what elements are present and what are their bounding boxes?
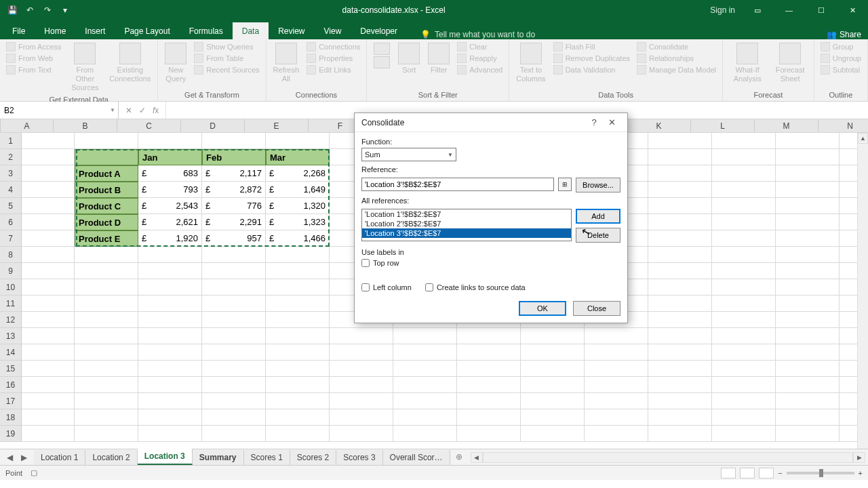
cell[interactable] bbox=[330, 377, 393, 393]
range-select-icon[interactable]: ⊞ bbox=[558, 178, 572, 191]
cell[interactable] bbox=[776, 393, 840, 409]
cell[interactable] bbox=[202, 377, 266, 393]
cell[interactable] bbox=[138, 296, 202, 312]
column-header[interactable]: D bbox=[181, 119, 245, 132]
cell[interactable] bbox=[266, 296, 330, 312]
cell[interactable] bbox=[22, 214, 75, 230]
cell[interactable] bbox=[138, 344, 202, 361]
cell[interactable] bbox=[521, 328, 585, 344]
cell[interactable] bbox=[648, 279, 712, 296]
cell[interactable]: £2,291 bbox=[202, 214, 266, 230]
delete-button[interactable]: Delete bbox=[576, 228, 620, 243]
from-web-button[interactable]: From Web bbox=[4, 53, 64, 64]
row-header[interactable]: 15 bbox=[0, 361, 22, 377]
cancel-formula-icon[interactable]: ✕ bbox=[125, 106, 132, 115]
cell[interactable] bbox=[266, 279, 330, 296]
cell[interactable]: £2,117 bbox=[202, 165, 266, 182]
normal-view-button[interactable] bbox=[721, 468, 736, 479]
cell[interactable] bbox=[75, 361, 138, 377]
cell[interactable] bbox=[712, 263, 776, 279]
cell[interactable] bbox=[330, 426, 393, 442]
cell[interactable] bbox=[75, 328, 138, 344]
cell[interactable]: £2,543 bbox=[138, 198, 202, 214]
cell[interactable] bbox=[266, 377, 330, 393]
clear-button[interactable]: Clear bbox=[455, 41, 505, 52]
cell[interactable] bbox=[393, 328, 457, 344]
cell[interactable] bbox=[457, 328, 521, 344]
cell[interactable] bbox=[202, 296, 266, 312]
cell[interactable] bbox=[648, 247, 712, 263]
cell[interactable] bbox=[585, 344, 648, 361]
row-header[interactable]: 9 bbox=[0, 263, 22, 279]
cell[interactable] bbox=[266, 344, 330, 361]
close-button[interactable]: Close bbox=[573, 301, 620, 316]
cell[interactable]: £776 bbox=[202, 198, 266, 214]
cell[interactable] bbox=[712, 328, 776, 344]
cell[interactable] bbox=[648, 165, 712, 182]
cell[interactable] bbox=[75, 296, 138, 312]
recent-sources-button[interactable]: Recent Sources bbox=[192, 64, 261, 75]
sheet-tab[interactable]: Overall Scor… bbox=[383, 450, 450, 465]
sheet-tab[interactable]: Location 2 bbox=[85, 450, 137, 465]
cell[interactable] bbox=[648, 377, 712, 393]
cell[interactable] bbox=[75, 279, 138, 296]
cell[interactable] bbox=[776, 149, 840, 165]
column-header[interactable]: B bbox=[54, 119, 117, 132]
cell[interactable]: £2,872 bbox=[202, 182, 266, 198]
row-header[interactable]: 1 bbox=[0, 133, 22, 149]
cell[interactable]: Product C bbox=[75, 198, 138, 214]
row-header[interactable]: 10 bbox=[0, 279, 22, 296]
cell[interactable] bbox=[776, 165, 840, 182]
new-sheet-button[interactable]: ⊕ bbox=[450, 449, 468, 465]
cell[interactable] bbox=[22, 312, 75, 328]
cell[interactable] bbox=[648, 230, 712, 247]
vertical-scrollbar[interactable]: ▲ bbox=[857, 133, 868, 449]
cell[interactable] bbox=[22, 247, 75, 263]
column-header[interactable]: L bbox=[691, 119, 755, 132]
edit-links-button[interactable]: Edit Links bbox=[304, 64, 362, 75]
cell[interactable] bbox=[776, 296, 840, 312]
cell[interactable] bbox=[521, 361, 585, 377]
cell[interactable] bbox=[202, 344, 266, 361]
from-access-button[interactable]: From Access bbox=[4, 41, 64, 52]
row-header[interactable]: 8 bbox=[0, 247, 22, 263]
column-header[interactable]: K bbox=[627, 119, 691, 132]
cell[interactable] bbox=[202, 361, 266, 377]
cell[interactable] bbox=[712, 133, 776, 149]
references-listbox[interactable]: 'Location 1'!$B$2:$E$7'Location 2'!$B$2:… bbox=[361, 209, 572, 241]
row-header[interactable]: 7 bbox=[0, 230, 22, 247]
cell[interactable] bbox=[776, 263, 840, 279]
cell[interactable] bbox=[457, 361, 521, 377]
cell[interactable] bbox=[521, 377, 585, 393]
cell[interactable] bbox=[585, 328, 648, 344]
column-header[interactable]: M bbox=[755, 119, 818, 132]
cell[interactable]: £1,649 bbox=[266, 182, 330, 198]
cell[interactable] bbox=[266, 409, 330, 426]
scroll-right-icon[interactable]: ▶ bbox=[853, 452, 865, 463]
cell[interactable] bbox=[266, 133, 330, 149]
tab-home[interactable]: Home bbox=[35, 22, 75, 39]
cell[interactable]: £1,323 bbox=[266, 214, 330, 230]
cell[interactable] bbox=[138, 133, 202, 149]
cell[interactable] bbox=[202, 426, 266, 442]
cell[interactable] bbox=[75, 133, 138, 149]
cell[interactable] bbox=[75, 344, 138, 361]
cell[interactable] bbox=[585, 426, 648, 442]
cell[interactable] bbox=[202, 263, 266, 279]
reference-input[interactable] bbox=[361, 178, 554, 191]
fx-icon[interactable]: fx bbox=[153, 106, 159, 115]
cell[interactable] bbox=[330, 361, 393, 377]
cell[interactable] bbox=[776, 133, 840, 149]
cell[interactable] bbox=[585, 377, 648, 393]
cell[interactable] bbox=[648, 361, 712, 377]
cell[interactable]: £1,466 bbox=[266, 230, 330, 247]
cell[interactable] bbox=[393, 426, 457, 442]
cell[interactable] bbox=[202, 312, 266, 328]
existing-connections-button[interactable]: Existing Connections bbox=[106, 41, 153, 85]
undo-icon[interactable]: ↶ bbox=[23, 3, 37, 17]
add-button[interactable]: Add bbox=[576, 209, 620, 224]
cell[interactable] bbox=[776, 409, 840, 426]
cell[interactable] bbox=[712, 214, 776, 230]
scroll-left-icon[interactable]: ◀ bbox=[471, 452, 483, 463]
cell[interactable] bbox=[22, 409, 75, 426]
